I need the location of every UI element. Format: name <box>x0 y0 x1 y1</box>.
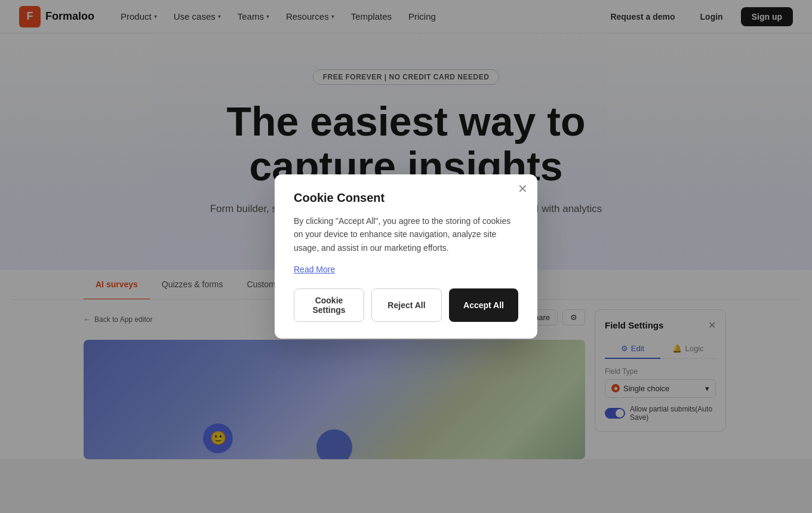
cookie-settings-button[interactable]: Cookie Settings <box>294 288 364 322</box>
read-more-link[interactable]: Read More <box>294 265 335 274</box>
modal-close-button[interactable]: ✕ <box>518 183 528 195</box>
accept-all-button[interactable]: Accept All <box>449 288 518 322</box>
cookie-overlay: ✕ Cookie Consent By clicking "Accept All… <box>0 0 812 513</box>
modal-actions: Cookie Settings Reject All Accept All <box>294 288 518 322</box>
cookie-modal: ✕ Cookie Consent By clicking "Accept All… <box>275 174 537 339</box>
modal-title: Cookie Consent <box>294 191 518 205</box>
modal-body: By clicking "Accept All", you agree to t… <box>294 214 518 254</box>
reject-all-button[interactable]: Reject All <box>371 288 442 322</box>
